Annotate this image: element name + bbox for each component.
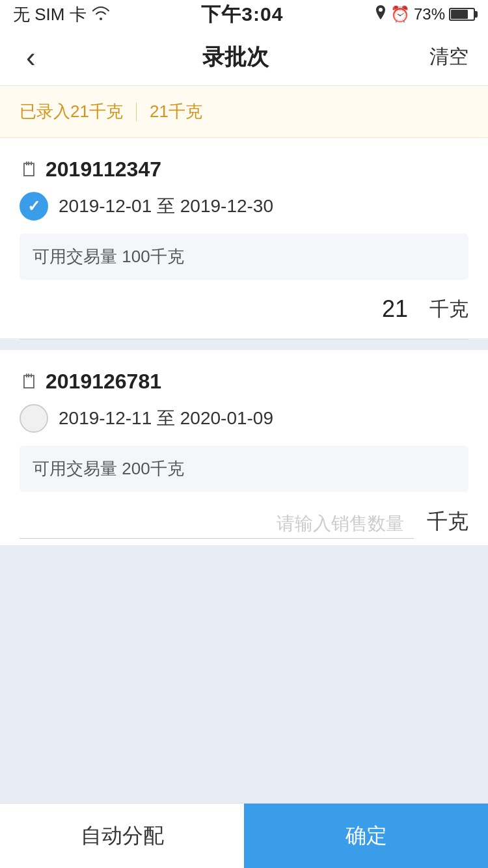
batch-1-unit: 千克: [429, 296, 468, 323]
recorded-amount: 已录入21千克: [20, 100, 123, 123]
status-bar: 无 SIM 卡 下午3:04 ⏰ 73%: [0, 0, 488, 29]
footer: 自动分配 确定: [0, 803, 488, 868]
back-button[interactable]: ‹: [20, 34, 42, 80]
batch-1-id: 2019112347: [46, 157, 161, 182]
batch-2-radio[interactable]: [20, 404, 48, 433]
alarm-icon: ⏰: [390, 5, 410, 23]
batch-1-date: 2019-12-01 至 2019-12-30: [59, 194, 273, 219]
clear-button[interactable]: 清空: [429, 44, 468, 70]
bottom-empty-area: [0, 546, 488, 845]
batch-card-1: 🗒 2019112347 2019-12-01 至 2019-12-30 可用交…: [0, 138, 488, 280]
batch-2-quantity-input[interactable]: [20, 513, 414, 539]
batch-2-id: 2019126781: [46, 370, 161, 394]
battery-icon: [449, 8, 475, 21]
batch-card-2: 🗒 2019126781 2019-12-11 至 2020-01-09 可用交…: [0, 350, 488, 492]
wifi-icon: [92, 5, 110, 25]
batch-1-qty-row: 21 千克: [0, 280, 488, 339]
info-banner: 已录入21千克 21千克: [0, 86, 488, 138]
page-title: 录批次: [202, 42, 269, 72]
carrier-label: 无 SIM 卡: [13, 3, 87, 26]
total-amount: 21千克: [150, 100, 202, 123]
confirm-label: 确定: [346, 822, 387, 850]
auto-distribute-button[interactable]: 自动分配: [0, 804, 244, 868]
nav-bar: ‹ 录批次 清空: [0, 29, 488, 86]
confirm-button[interactable]: 确定: [244, 804, 488, 868]
batch-1-available: 可用交易量 100千克: [20, 234, 468, 280]
section-divider-1: [0, 340, 488, 350]
batch-2-qty-row: 千克: [0, 492, 488, 546]
batch-1-id-icon: 🗒: [20, 159, 39, 181]
batch-2-id-icon: 🗒: [20, 371, 39, 393]
batch-2-date: 2019-12-11 至 2020-01-09: [59, 406, 273, 431]
status-bar-left: 无 SIM 卡: [13, 3, 110, 26]
batch-2-header: 🗒 2019126781: [20, 370, 468, 394]
status-bar-time: 下午3:04: [201, 1, 283, 28]
batch-2-available: 可用交易量 200千克: [20, 446, 468, 492]
batch-2-date-row[interactable]: 2019-12-11 至 2020-01-09: [20, 404, 468, 433]
location-icon: [375, 5, 386, 23]
batch-1-radio[interactable]: [20, 192, 48, 221]
batch-1-quantity-value: 21: [382, 295, 408, 323]
batch-1-date-row[interactable]: 2019-12-01 至 2019-12-30: [20, 192, 468, 221]
banner-divider: [136, 103, 137, 121]
batch-1-header: 🗒 2019112347: [20, 157, 468, 182]
auto-distribute-label: 自动分配: [81, 822, 164, 850]
status-bar-right: ⏰ 73%: [375, 5, 475, 23]
battery-percent: 73%: [414, 5, 445, 23]
batch-2-unit: 千克: [427, 508, 468, 539]
